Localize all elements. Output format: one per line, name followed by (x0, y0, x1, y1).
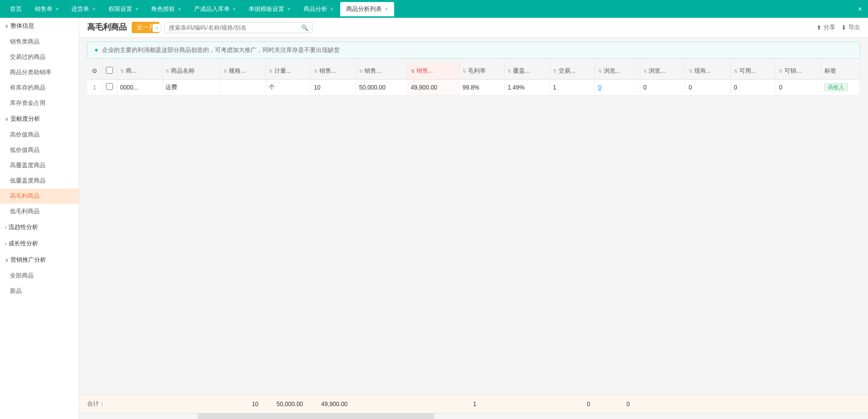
sidebar-item-sales-goods[interactable]: 销售类商品 (0, 34, 79, 49)
col-current-stock[interactable]: ⇅现有... (685, 63, 730, 80)
col-gear: ⚙ (87, 63, 102, 80)
select-all-checkbox[interactable] (106, 67, 113, 74)
sidebar-section-growth[interactable]: › 成长性分析 (0, 235, 79, 252)
row-current-stock: 0 (685, 80, 730, 95)
col-sales-profit[interactable]: ⇅销售... (408, 63, 459, 80)
close-tab-production[interactable]: × (233, 6, 236, 12)
export-button[interactable]: ⬇ 导出 (841, 23, 860, 32)
row-number: 1 (87, 80, 102, 95)
col-transaction[interactable]: ⇅交易... (550, 63, 595, 80)
share-icon: ⬆ (817, 24, 821, 31)
footer-current-stock: 0 (551, 401, 590, 408)
tab-analysis-list[interactable]: 商品分析列表 × (340, 2, 394, 16)
close-tab-permission[interactable]: × (135, 6, 138, 12)
row-transaction: 1 (550, 80, 595, 95)
sidebar-item-low-margin[interactable]: 低毛利商品 (0, 204, 79, 219)
sidebar-section-flow[interactable]: › 流趋性分析 (0, 219, 79, 235)
row-views2: 0 (640, 80, 685, 95)
settings-icon[interactable]: ⚙ (92, 67, 98, 75)
row-saleable: 0 (776, 80, 821, 95)
row-sales-profit: 49,900.00 (408, 80, 459, 95)
row-views1[interactable]: 0 (595, 80, 640, 95)
info-banner: ✦ 企业的主要的利润都是这部分商品创造的，可考虑加大推广，同时关注库存是不要出现… (87, 42, 860, 59)
sidebar-item-capital[interactable]: 库存资金占用 (0, 95, 79, 111)
close-all-tabs[interactable]: × (856, 3, 864, 15)
row-spec (220, 80, 265, 95)
row-name: 运费 (162, 80, 220, 95)
footer-totals: 合计： 10 50,000.00 49,900.00 1 0 0 (79, 394, 868, 413)
horizontal-scrollbar[interactable] (79, 413, 868, 419)
row-code: 0000... (117, 80, 162, 95)
col-coverage[interactable]: ⇅覆盖... (505, 63, 550, 80)
close-tab-analysis[interactable]: × (330, 6, 333, 12)
row-sales-amount: 50,000.00 (356, 80, 408, 95)
tab-template[interactable]: 单据模板设置 × (243, 2, 296, 16)
arrow-contribution: ∨ (5, 116, 8, 122)
col-code[interactable]: ⇅商... (117, 63, 162, 80)
sidebar-item-new-goods[interactable]: 新品 (0, 283, 79, 299)
close-tab-purchase[interactable]: × (92, 6, 95, 12)
sidebar-item-low-coverage[interactable]: 低覆盖度商品 (0, 173, 79, 188)
tab-analysis[interactable]: 商品分析 × (298, 2, 339, 16)
sidebar-section-overview[interactable]: ∨ 整体信息 (0, 18, 79, 34)
close-tab-analysis-list[interactable]: × (385, 6, 388, 12)
sidebar-item-traded[interactable]: 交易过的商品 (0, 49, 79, 65)
footer-sales-amount: 50,000.00 (258, 401, 303, 408)
sidebar-item-all-goods[interactable]: 全部商品 (0, 268, 79, 283)
arrow-growth: › (5, 241, 6, 246)
row-available: 0 (730, 80, 775, 95)
table-wrapper: ⚙ ⇅商... ⇅商品名称 ⇅规格... (79, 63, 868, 394)
arrow-flow: › (5, 225, 6, 230)
search-icon[interactable]: 🔍 (301, 24, 308, 31)
top-nav: 首页 销售单 × 进货单 × 权限设置 × 角色授权 × 产成品入库单 × 单据… (0, 0, 868, 18)
col-unit[interactable]: ⇅计量... (265, 63, 310, 80)
share-button[interactable]: ⬆ 分享 (817, 23, 835, 32)
search-input[interactable] (169, 24, 298, 31)
row-unit: 个 (265, 80, 310, 95)
col-available[interactable]: ⇅可用... (730, 63, 775, 80)
arrow-overview: ∨ (5, 23, 8, 29)
sidebar-item-category-rate[interactable]: 商品分类助销率 (0, 65, 79, 80)
row-coverage: 1.49% (505, 80, 550, 95)
content-header: 高毛利商品 近一月 🔍 ⬆ 分享 ⬇ 导出 (79, 18, 868, 38)
col-spec[interactable]: ⇅规格... (220, 63, 265, 80)
footer-sales-profit: 49,900.00 (303, 401, 348, 408)
tab-home[interactable]: 首页 (4, 2, 28, 16)
tab-sales[interactable]: 销售单 × (29, 2, 64, 16)
row-tag: 高收入 (821, 80, 860, 95)
row-checkbox[interactable] (102, 80, 117, 95)
sidebar-item-high-margin[interactable]: 高毛利商品 (0, 188, 79, 204)
col-checkbox (102, 63, 117, 80)
sidebar-item-high-value[interactable]: 高价值商品 (0, 127, 79, 142)
search-box: 🔍 (164, 22, 313, 33)
sidebar-item-high-coverage[interactable]: 高覆盖度商品 (0, 158, 79, 173)
main-layout: ∨ 整体信息 销售类商品 交易过的商品 商品分类助销率 有库存的商品 库存资金占… (0, 18, 868, 419)
sidebar-item-low-value[interactable]: 低价值商品 (0, 142, 79, 158)
scrollbar-thumb[interactable] (198, 414, 434, 419)
row-gross-margin: 99.8% (459, 80, 504, 95)
col-saleable[interactable]: ⇅可销... (776, 63, 821, 80)
tab-purchase[interactable]: 进货单 × (65, 2, 101, 16)
info-text: 企业的主要的利润都是这部分商品创造的，可考虑加大推广，同时关注库存是不要出现缺货 (102, 46, 340, 54)
col-gross-margin[interactable]: ⇅毛利率 (459, 63, 504, 80)
footer-total-row: 10 50,000.00 49,900.00 1 0 0 (110, 401, 860, 408)
close-tab-role[interactable]: × (178, 6, 181, 12)
col-sales-qty[interactable]: ⇅销售... (310, 63, 356, 80)
sidebar-section-marketing[interactable]: ∨ 营销推广分析 (0, 252, 79, 268)
sidebar-collapse-button[interactable]: « (153, 24, 161, 32)
col-name[interactable]: ⇅商品名称 (162, 63, 220, 80)
sidebar-item-in-stock[interactable]: 有库存的商品 (0, 80, 79, 95)
close-tab-template[interactable]: × (287, 6, 290, 12)
page-title: 高毛利商品 (87, 22, 127, 33)
sidebar-section-contribution[interactable]: ∨ 贡献度分析 (0, 111, 79, 127)
col-views2[interactable]: ⇅浏览... (640, 63, 685, 80)
close-tab-sales[interactable]: × (55, 6, 58, 12)
info-icon: ✦ (94, 47, 99, 54)
col-views1[interactable]: ⇅浏览... (595, 63, 640, 80)
tab-permission[interactable]: 权限设置 × (102, 2, 144, 16)
arrow-marketing: ∨ (5, 257, 8, 263)
tab-role[interactable]: 角色授权 × (145, 2, 187, 16)
table-header-row: ⚙ ⇅商... ⇅商品名称 ⇅规格... (87, 63, 860, 80)
col-sales-amount[interactable]: ⇅销售... (356, 63, 408, 80)
tab-production[interactable]: 产成品入库单 × (188, 2, 242, 16)
